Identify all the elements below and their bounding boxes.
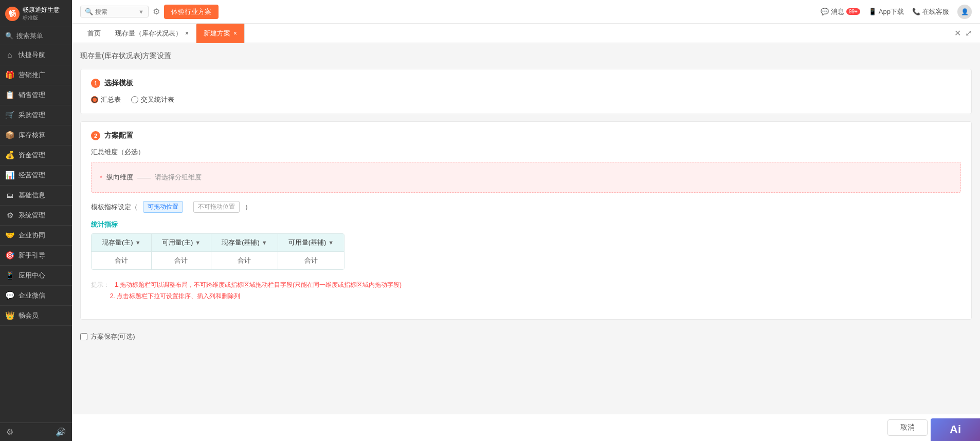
home-tab-label: 首页 xyxy=(87,29,101,38)
topbar-search-input[interactable] xyxy=(95,8,136,15)
sound-icon[interactable]: 🔊 xyxy=(56,427,66,437)
close-panel-btn[interactable]: ✕ xyxy=(954,28,961,38)
save-row: 方案保存(可选) xyxy=(80,327,972,346)
sidebar-item-label: 库存核算 xyxy=(19,131,45,140)
sidebar-item-inventory[interactable]: 📦 库存核算 xyxy=(0,125,72,145)
app-download[interactable]: 📱 App下载 xyxy=(868,7,904,16)
step1-header: 1 选择模板 xyxy=(91,79,961,88)
service-icon: 📞 xyxy=(912,8,920,15)
col-header-1-label: 可用量(主) xyxy=(162,238,193,247)
radio-summary-label: 汇总表 xyxy=(101,95,121,104)
topbar-dropdown-icon[interactable]: ▼ xyxy=(138,9,144,15)
sidebar-logo-icon: 畅 xyxy=(5,7,20,21)
new-tab-close-icon[interactable]: × xyxy=(233,30,237,37)
col-header-3-chevron[interactable]: ▼ xyxy=(328,240,334,246)
col-header-2-chevron[interactable]: ▼ xyxy=(262,240,267,246)
expand-panel-btn[interactable]: ⤢ xyxy=(965,28,972,38)
user-avatar[interactable]: 👤 xyxy=(957,5,972,19)
col-header-1[interactable]: 可用量(主) ▼ xyxy=(151,234,211,252)
sidebar-item-purchase[interactable]: 🛒 采购管理 xyxy=(0,105,72,125)
step2-badge: 2 xyxy=(91,131,100,140)
radio-cross-input[interactable] xyxy=(131,96,138,103)
col-header-0-chevron[interactable]: ▼ xyxy=(135,240,141,246)
topbar-gear-icon[interactable]: ⚙ xyxy=(153,7,160,16)
col-header-2[interactable]: 现存量(基辅) ▼ xyxy=(211,234,278,252)
sidebar-item-label: 营销推广 xyxy=(19,70,45,80)
sidebar-item-label: 基础信息 xyxy=(19,191,45,200)
sidebar-item-label: 采购管理 xyxy=(19,111,45,120)
sidebar-item-contract[interactable]: 🤝 企业协同 xyxy=(0,226,72,246)
tips-section: 提示： 1.拖动标题栏可以调整布局，不可跨维度或指标区域拖动栏目字段(只能在同一… xyxy=(91,280,961,302)
col-header-1-chevron[interactable]: ▼ xyxy=(195,240,201,246)
settings-icon[interactable]: ⚙ xyxy=(6,427,13,437)
sidebar-item-sales[interactable]: 📋 销售管理 xyxy=(0,85,72,105)
quick-nav-icon: ⌂ xyxy=(5,50,14,60)
inventory-tab-close-icon[interactable]: × xyxy=(185,30,189,37)
sidebar-item-guide[interactable]: 🎯 新手引导 xyxy=(0,246,72,266)
sidebar-item-quick-nav[interactable]: ⌂ 快捷导航 xyxy=(0,45,72,65)
footer-btns: 取消 查询 xyxy=(72,414,980,441)
sidebar-item-label: 销售管理 xyxy=(19,90,45,100)
radio-summary[interactable]: 汇总表 xyxy=(91,95,121,104)
radio-cross[interactable]: 交叉统计表 xyxy=(131,95,174,104)
step2-title: 方案配置 xyxy=(104,131,133,140)
sidebar-item-system[interactable]: ⚙ 系统管理 xyxy=(0,206,72,226)
topbar: 🔍 ▼ ⚙ 体验行业方案 💬 消息 99+ 📱 App下载 📞 在线客服 👤 xyxy=(72,0,980,24)
app-center-icon: 📱 xyxy=(5,271,14,280)
sidebar-item-marketing[interactable]: 🎁 营销推广 xyxy=(0,65,72,85)
inventory-icon: 📦 xyxy=(5,131,14,140)
topbar-search-box[interactable]: 🔍 ▼ xyxy=(80,6,149,17)
col-header-3[interactable]: 可用量(基辅) ▼ xyxy=(278,234,344,252)
purchase-icon: 🛒 xyxy=(5,111,14,120)
tab-home[interactable]: 首页 xyxy=(80,24,108,43)
dimension-box[interactable]: * 纵向维度 —— 请选择分组维度 xyxy=(91,162,961,193)
contract-icon: 🤝 xyxy=(5,231,14,240)
draggable-badge: 可拖动位置 xyxy=(143,201,183,213)
ai-badge[interactable]: Ai xyxy=(931,418,980,441)
sidebar-item-app-center[interactable]: 📱 应用中心 xyxy=(0,266,72,286)
content-area: 现存量(库存状况表)方案设置 1 选择模板 汇总表 交叉统计表 2 xyxy=(72,43,980,414)
indicator-setting-label-pre: 模板指标设定（ xyxy=(91,203,138,212)
sidebar-item-wechat[interactable]: 💬 企业微信 xyxy=(0,286,72,306)
col-header-0-label: 现存量(主) xyxy=(102,238,133,247)
sidebar-search[interactable]: 🔍 搜索菜单 xyxy=(0,27,72,45)
sidebar-item-member[interactable]: 👑 畅会员 xyxy=(0,306,72,326)
sidebar-search-label: 搜索菜单 xyxy=(16,31,43,41)
step1-title: 选择模板 xyxy=(104,79,133,88)
marketing-icon: 🎁 xyxy=(5,70,14,80)
sales-icon: 📋 xyxy=(5,90,14,100)
sidebar-logo-texts: 畅康通好生意 标准版 xyxy=(23,6,60,22)
operation-icon: 📊 xyxy=(5,171,14,180)
msg-label: 消息 xyxy=(831,7,844,16)
template-radio-group: 汇总表 交叉统计表 xyxy=(91,95,961,104)
sidebar-item-basic[interactable]: 🗂 基础信息 xyxy=(0,186,72,206)
stats-table-wrapper: 现存量(主) ▼ 可用量(主) ▼ xyxy=(91,233,344,270)
sidebar-app-sub: 标准版 xyxy=(23,14,60,22)
message-icon: 💬 xyxy=(821,8,829,15)
sidebar-item-finance[interactable]: 💰 资金管理 xyxy=(0,145,72,166)
save-label: 方案保存(可选) xyxy=(90,332,135,341)
cancel-button[interactable]: 取消 xyxy=(887,419,928,436)
trial-btn[interactable]: 体验行业方案 xyxy=(164,5,219,19)
radio-summary-input[interactable] xyxy=(91,96,98,103)
topbar-msg[interactable]: 💬 消息 99+ xyxy=(821,7,860,16)
main-area: 🔍 ▼ ⚙ 体验行业方案 💬 消息 99+ 📱 App下载 📞 在线客服 👤 xyxy=(72,0,980,441)
tab-inventory[interactable]: 现存量（库存状况表） × xyxy=(108,24,196,43)
online-service[interactable]: 📞 在线客服 xyxy=(912,7,949,16)
col-header-0[interactable]: 现存量(主) ▼ xyxy=(92,234,151,252)
cell-0-0: 合计 xyxy=(92,252,151,270)
tab-new-scheme[interactable]: 新建方案 × xyxy=(196,24,245,43)
basic-icon: 🗂 xyxy=(5,191,14,200)
sidebar-item-label: 应用中心 xyxy=(19,271,45,280)
save-checkbox[interactable] xyxy=(80,333,87,340)
table-row: 合计 合计 合计 合计 xyxy=(92,252,344,270)
sidebar-item-label: 畅会员 xyxy=(19,311,39,320)
tabs-bar-right: ✕ ⤢ xyxy=(954,28,972,38)
page-title: 现存量(库存状况表)方案设置 xyxy=(80,51,972,61)
sidebar-item-operation[interactable]: 📊 经营管理 xyxy=(0,166,72,186)
step2-card: 2 方案配置 汇总维度（必选） * 纵向维度 —— 请选择分组维度 模板指标设定… xyxy=(80,121,972,320)
inventory-tab-label: 现存量（库存状况表） xyxy=(115,29,182,38)
new-tab-label: 新建方案 xyxy=(204,29,230,38)
service-label: 在线客服 xyxy=(922,7,949,16)
step1-badge: 1 xyxy=(91,79,100,88)
